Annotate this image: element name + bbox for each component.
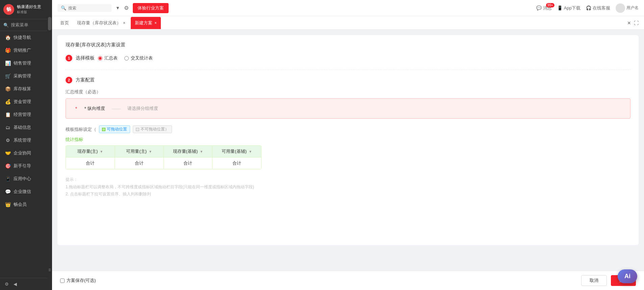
experience-button[interactable]: 体验行业方案: [133, 3, 169, 13]
stats-col-现存量(基辅)[interactable]: 现存量(基辅)▼: [164, 146, 213, 157]
col-dropdown-icon[interactable]: ▼: [200, 150, 203, 153]
panel-title: 现存量(库存状况表)方案设置: [66, 42, 630, 48]
quick-nav-label: 快捷导航: [14, 34, 31, 41]
stats-table-header: 现存量(主)▼可用量(主)▼现存量(基辅)▼可用量(基辅)▼: [66, 146, 261, 157]
sidebar-item-finance[interactable]: 💰资金管理: [0, 95, 47, 108]
sidebar-item-quick-nav[interactable]: 🏠快捷导航: [0, 31, 47, 44]
draggable-tag: 可拖动位置: [99, 125, 130, 133]
system-icon: ⚙: [5, 137, 11, 143]
stats-title: 统计指标: [66, 137, 630, 143]
col-dropdown-icon[interactable]: ▼: [149, 150, 152, 153]
member-icon: 👑: [5, 201, 11, 208]
onboarding-label: 新手引导: [14, 163, 31, 169]
wechat-icon: 💬: [5, 189, 11, 195]
non-draggable-square: [136, 128, 139, 131]
inventory-label: 库存核算: [14, 86, 31, 92]
enterprise-icon: 🤝: [5, 150, 11, 156]
tabs-controls: ✕ ⛶: [627, 20, 639, 26]
dimension-selector[interactable]: ＊ ＊纵向维度 —— 请选择分组维度: [66, 98, 630, 119]
bottom-bar: 方案保存(可选) 取消 查询: [52, 271, 644, 290]
search-label: 搜索菜单: [11, 22, 28, 28]
sidebar-item-wechat[interactable]: 💬企业微信: [0, 185, 47, 198]
sidebar-scroll: [47, 0, 52, 290]
summary-dim-label: 汇总维度（必选）: [66, 89, 630, 95]
radio-cross[interactable]: 交叉统计表: [124, 55, 153, 61]
radio-summary-label: 汇总表: [104, 55, 118, 61]
app-edition: 标准版: [17, 10, 41, 15]
dropdown-arrow-icon: ▼: [116, 5, 120, 10]
wechat-label: 企业微信: [14, 189, 31, 195]
indicator-settings: 模板指标设定（ 可拖动位置 不可拖动位置） 统计指标: [66, 125, 630, 169]
sidebar-bottom: ⚙ ◀: [0, 278, 47, 290]
search-icon: 🔍: [3, 23, 9, 28]
col-dropdown-icon[interactable]: ▼: [249, 150, 252, 153]
template-radio-group: 汇总表 交叉统计表: [98, 55, 153, 61]
tip-2: 2. 点击标题栏下拉可设置排序、插入列和删除列: [66, 191, 630, 198]
step2-title: 方案配置: [76, 77, 95, 83]
tip-1: 1.拖动标题栏可以调整布局，不可跨维度或指标区域拖动栏目字段(只能在同一维度或指…: [66, 184, 630, 191]
sidebar-item-member[interactable]: 👑畅会员: [0, 198, 47, 211]
radio-cross-input[interactable]: [124, 56, 129, 61]
radio-summary-input[interactable]: [98, 56, 102, 61]
col-dropdown-icon[interactable]: ▼: [100, 150, 103, 153]
radio-cross-label: 交叉统计表: [131, 55, 153, 61]
purchase-label: 采购管理: [14, 73, 31, 79]
stats-table: 现存量(主)▼可用量(主)▼现存量(基辅)▼可用量(基辅)▼ 合计合计合计合计: [66, 145, 262, 169]
basic-info-icon: 🗂: [5, 124, 11, 130]
sidebar-item-operations[interactable]: 📋经营管理: [0, 108, 47, 121]
save-checkbox[interactable]: 方案保存(可选): [60, 277, 96, 284]
topbar-online-service[interactable]: 🎧 在线客服: [586, 5, 610, 11]
tab-close-inventory[interactable]: ×: [123, 21, 125, 25]
topbar-dropdown[interactable]: ▼: [116, 5, 120, 10]
draggable-square: [102, 128, 105, 131]
radio-summary[interactable]: 汇总表: [98, 55, 118, 61]
ai-label: Ai: [624, 273, 630, 280]
marketing-label: 营销推广: [14, 47, 31, 53]
tab-inventory-status[interactable]: 现存量（库存状况表） ×: [73, 17, 129, 29]
stats-col-可用量(主)[interactable]: 可用量(主)▼: [115, 146, 164, 157]
step2-badge: 2: [66, 77, 72, 83]
ai-button[interactable]: Ai: [618, 269, 637, 283]
sidebar-item-app-center[interactable]: 📱应用中心: [0, 172, 47, 185]
main-area: 🔍 ▼ ⚙ 体验行业方案 💬 消息 99+ 📱 App下载 🎧 在线客服: [52, 0, 644, 290]
tab-close-btn[interactable]: ✕: [627, 20, 631, 26]
step2-header: 2 方案配置: [66, 77, 630, 83]
logo-icon: 畅: [3, 4, 14, 15]
sales-label: 销售管理: [14, 60, 31, 66]
cancel-button[interactable]: 取消: [581, 275, 607, 286]
sidebar-item-purchase[interactable]: 🛒采购管理: [0, 70, 47, 82]
topbar-message[interactable]: 💬 消息 99+: [536, 5, 552, 11]
topbar-settings-icon[interactable]: ⚙: [124, 5, 129, 11]
avatar: [616, 3, 625, 13]
sidebar-item-system[interactable]: ⚙系统管理: [0, 134, 47, 147]
settings-icon[interactable]: ⚙: [5, 282, 9, 287]
stats-col-可用量(基辅)[interactable]: 可用量(基辅)▼: [213, 146, 261, 157]
topbar-app-download[interactable]: 📱 App下载: [557, 5, 580, 11]
collapse-icon[interactable]: ◀: [14, 282, 17, 287]
message-badge: 99+: [546, 3, 554, 7]
sidebar-search[interactable]: 🔍 搜索菜单: [0, 19, 47, 31]
app-icon: 📱: [557, 5, 563, 10]
sidebar-item-sales[interactable]: 📊销售管理: [0, 57, 47, 70]
save-checkbox-label: 方案保存(可选): [67, 277, 96, 284]
tab-new-plan[interactable]: 新建方案 ×: [131, 17, 161, 29]
tab-close-new-plan[interactable]: ×: [154, 21, 157, 25]
sidebar-item-inventory[interactable]: 📦库存核算: [0, 82, 47, 95]
save-checkbox-input[interactable]: [60, 279, 65, 283]
stats-cell-可用量(主): 合计: [115, 158, 164, 169]
sidebar-item-enterprise[interactable]: 🤝企业协同: [0, 147, 47, 160]
topbar-search-icon: 🔍: [61, 5, 66, 10]
sidebar-item-onboarding[interactable]: 🎯新手引导: [0, 160, 47, 172]
tab-new-plan-label: 新建方案: [135, 20, 152, 26]
tab-home[interactable]: 首页: [57, 20, 72, 26]
dim-placeholder: 请选择分组维度: [127, 105, 158, 112]
tab-expand-btn[interactable]: ⛶: [634, 20, 639, 26]
topbar-search-box[interactable]: 🔍: [57, 4, 112, 12]
step1-section: 1 选择模板 汇总表 交叉统计表: [66, 55, 630, 62]
topbar-search-input[interactable]: [68, 6, 108, 10]
basic-info-label: 基础信息: [14, 124, 31, 130]
sidebar-item-marketing[interactable]: 🎁营销推广: [0, 44, 47, 57]
stats-col-现存量(主)[interactable]: 现存量(主)▼: [66, 146, 115, 157]
topbar-user-avatar[interactable]: 用户名: [616, 3, 639, 13]
sidebar-item-basic-info[interactable]: 🗂基础信息: [0, 121, 47, 134]
